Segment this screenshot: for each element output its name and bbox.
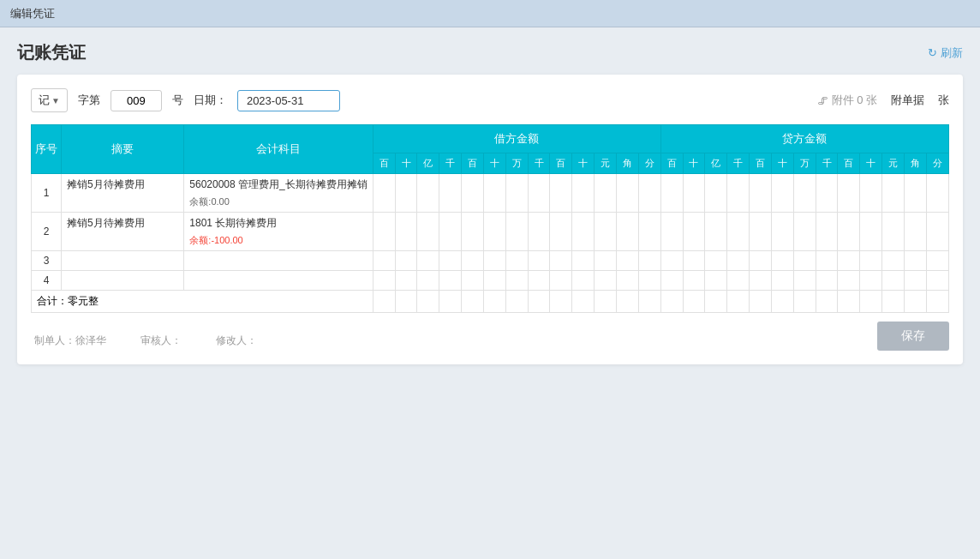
row-credit-2[interactable]	[705, 213, 727, 251]
row-credit-3[interactable]	[727, 251, 750, 271]
row-debit-7[interactable]	[528, 251, 550, 271]
row-credit-12[interactable]	[926, 174, 948, 213]
row-credit-6[interactable]	[793, 271, 816, 291]
row-debit-5[interactable]	[483, 174, 505, 213]
row-debit-6[interactable]	[505, 271, 528, 291]
row-credit-3[interactable]	[727, 213, 750, 251]
row-debit-11[interactable]	[617, 271, 639, 291]
row-credit-2[interactable]	[705, 174, 727, 213]
row-credit-11[interactable]	[904, 213, 926, 251]
row-credit-12[interactable]	[926, 271, 948, 291]
row-debit-1[interactable]	[395, 174, 417, 213]
table-row[interactable]: 3	[32, 251, 949, 271]
row-credit-7[interactable]	[816, 213, 838, 251]
row-credit-0[interactable]	[660, 251, 683, 271]
row-credit-1[interactable]	[683, 251, 705, 271]
row-debit-9[interactable]	[572, 271, 595, 291]
row-debit-7[interactable]	[528, 174, 550, 213]
row-credit-7[interactable]	[816, 174, 838, 213]
row-debit-3[interactable]	[439, 174, 462, 213]
row-credit-11[interactable]	[904, 271, 926, 291]
row-credit-2[interactable]	[705, 271, 727, 291]
row-debit-9[interactable]	[572, 213, 595, 251]
row-credit-1[interactable]	[683, 271, 705, 291]
row-debit-12[interactable]	[638, 271, 660, 291]
row-debit-4[interactable]	[462, 251, 484, 271]
row-debit-11[interactable]	[617, 213, 639, 251]
voucher-type-button[interactable]: 记 ▼	[31, 88, 68, 112]
row-credit-7[interactable]	[816, 251, 838, 271]
row-credit-11[interactable]	[904, 251, 926, 271]
row-debit-8[interactable]	[550, 174, 572, 213]
row-credit-10[interactable]	[882, 213, 905, 251]
row-debit-4[interactable]	[462, 174, 484, 213]
row-debit-1[interactable]	[395, 271, 417, 291]
row-credit-9[interactable]	[860, 251, 882, 271]
row-account[interactable]: 56020008 管理费用_长期待摊费用摊销余额:0.00	[184, 174, 373, 213]
row-credit-11[interactable]	[904, 174, 926, 213]
row-credit-4[interactable]	[750, 213, 772, 251]
row-debit-12[interactable]	[638, 251, 660, 271]
row-debit-0[interactable]	[373, 174, 395, 213]
row-debit-2[interactable]	[417, 271, 439, 291]
row-credit-8[interactable]	[838, 174, 860, 213]
row-debit-10[interactable]	[595, 174, 617, 213]
row-account[interactable]	[184, 251, 373, 271]
row-debit-11[interactable]	[617, 174, 639, 213]
row-debit-3[interactable]	[439, 271, 462, 291]
row-credit-9[interactable]	[860, 174, 882, 213]
row-account[interactable]: 1801 长期待摊费用余额:-100.00	[184, 213, 373, 251]
row-debit-1[interactable]	[395, 251, 417, 271]
row-debit-10[interactable]	[595, 213, 617, 251]
row-credit-4[interactable]	[750, 251, 772, 271]
row-debit-4[interactable]	[462, 213, 484, 251]
attach-button[interactable]: 🖇 附件 0 张	[817, 93, 877, 108]
attach-single-button[interactable]: 附单据	[891, 93, 924, 108]
row-debit-2[interactable]	[417, 251, 439, 271]
row-credit-0[interactable]	[660, 213, 683, 251]
row-debit-7[interactable]	[528, 213, 550, 251]
row-credit-1[interactable]	[683, 213, 705, 251]
row-credit-5[interactable]	[771, 251, 793, 271]
row-debit-0[interactable]	[373, 251, 395, 271]
row-credit-6[interactable]	[793, 174, 816, 213]
row-credit-10[interactable]	[882, 251, 905, 271]
row-credit-3[interactable]	[727, 174, 750, 213]
row-credit-6[interactable]	[793, 213, 816, 251]
row-credit-8[interactable]	[838, 213, 860, 251]
row-debit-2[interactable]	[417, 174, 439, 213]
row-credit-12[interactable]	[926, 251, 948, 271]
voucher-num-input[interactable]	[111, 90, 162, 111]
row-debit-4[interactable]	[462, 271, 484, 291]
row-summary[interactable]	[62, 271, 184, 291]
row-debit-3[interactable]	[439, 251, 462, 271]
row-debit-10[interactable]	[595, 251, 617, 271]
row-debit-9[interactable]	[572, 251, 595, 271]
row-debit-6[interactable]	[505, 174, 528, 213]
row-credit-6[interactable]	[793, 251, 816, 271]
row-credit-9[interactable]	[860, 213, 882, 251]
row-credit-10[interactable]	[882, 271, 905, 291]
row-summary[interactable]: 摊销5月待摊费用	[62, 174, 184, 213]
row-credit-3[interactable]	[727, 271, 750, 291]
row-debit-8[interactable]	[550, 251, 572, 271]
row-credit-4[interactable]	[750, 271, 772, 291]
row-debit-5[interactable]	[483, 251, 505, 271]
row-summary[interactable]: 摊销5月待摊费用	[62, 213, 184, 251]
row-credit-0[interactable]	[660, 271, 683, 291]
row-credit-9[interactable]	[860, 271, 882, 291]
row-debit-5[interactable]	[483, 213, 505, 251]
row-debit-2[interactable]	[417, 213, 439, 251]
row-summary[interactable]	[62, 251, 184, 271]
save-button[interactable]: 保存	[877, 322, 949, 351]
table-row[interactable]: 4	[32, 271, 949, 291]
row-debit-6[interactable]	[505, 213, 528, 251]
row-debit-11[interactable]	[617, 251, 639, 271]
row-credit-1[interactable]	[683, 174, 705, 213]
date-input[interactable]	[237, 90, 340, 111]
table-row[interactable]: 1摊销5月待摊费用56020008 管理费用_长期待摊费用摊销余额:0.00	[32, 174, 949, 213]
row-credit-0[interactable]	[660, 174, 683, 213]
row-debit-8[interactable]	[550, 213, 572, 251]
row-debit-3[interactable]	[439, 213, 462, 251]
row-debit-12[interactable]	[638, 174, 660, 213]
